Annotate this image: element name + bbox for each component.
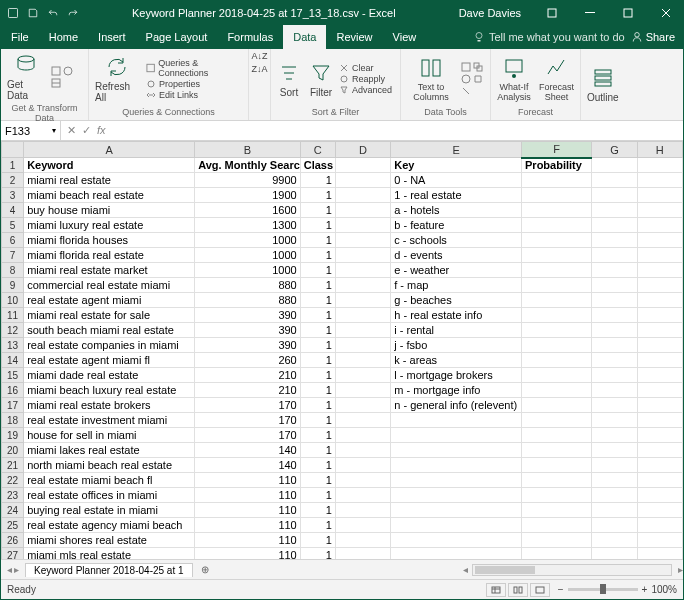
- cell[interactable]: [592, 383, 637, 398]
- cell[interactable]: 140: [195, 458, 301, 473]
- cell[interactable]: [335, 443, 390, 458]
- cell[interactable]: [522, 293, 592, 308]
- cell[interactable]: [522, 548, 592, 560]
- cell[interactable]: l - mortgage brokers: [391, 368, 522, 383]
- get-data-button[interactable]: Get Data: [5, 51, 47, 103]
- cell[interactable]: g - beaches: [391, 293, 522, 308]
- cell[interactable]: 1: [300, 368, 335, 383]
- cell[interactable]: [522, 488, 592, 503]
- cell[interactable]: 880: [195, 278, 301, 293]
- cell[interactable]: [637, 218, 682, 233]
- cell[interactable]: i - rental: [391, 323, 522, 338]
- cell[interactable]: 1: [300, 338, 335, 353]
- cell[interactable]: Avg. Monthly Searches (: [195, 158, 301, 173]
- cell[interactable]: [637, 338, 682, 353]
- cell[interactable]: real estate offices in miami: [24, 488, 195, 503]
- whatif-button[interactable]: What-If Analysis: [495, 54, 533, 104]
- cell[interactable]: 170: [195, 428, 301, 443]
- ribbon-options-icon[interactable]: [535, 1, 569, 25]
- cell[interactable]: [522, 203, 592, 218]
- cell[interactable]: [637, 323, 682, 338]
- cell[interactable]: [637, 188, 682, 203]
- row-header[interactable]: 14: [2, 353, 24, 368]
- cell[interactable]: [335, 458, 390, 473]
- cell[interactable]: m - mortgage info: [391, 383, 522, 398]
- cell[interactable]: [637, 398, 682, 413]
- save-icon[interactable]: [27, 7, 39, 19]
- cell[interactable]: miami beach luxury real estate: [24, 383, 195, 398]
- cell[interactable]: [592, 248, 637, 263]
- cell[interactable]: a - hotels: [391, 203, 522, 218]
- cell[interactable]: [592, 398, 637, 413]
- cell[interactable]: [592, 518, 637, 533]
- cell[interactable]: miami real estate: [24, 173, 195, 188]
- cell[interactable]: real estate miami beach fl: [24, 473, 195, 488]
- flash-fill-icon[interactable]: [461, 62, 471, 72]
- cell[interactable]: [522, 233, 592, 248]
- cell[interactable]: miami florida real estate: [24, 248, 195, 263]
- cell[interactable]: 210: [195, 383, 301, 398]
- cell[interactable]: 110: [195, 548, 301, 560]
- tab-page-layout[interactable]: Page Layout: [136, 25, 218, 49]
- cell[interactable]: [637, 473, 682, 488]
- cell[interactable]: [637, 278, 682, 293]
- cell[interactable]: real estate agent miami: [24, 293, 195, 308]
- undo-icon[interactable]: [47, 7, 59, 19]
- reapply-button[interactable]: Reapply: [339, 74, 392, 84]
- tab-insert[interactable]: Insert: [88, 25, 136, 49]
- cell[interactable]: [335, 353, 390, 368]
- cell[interactable]: [522, 413, 592, 428]
- cell[interactable]: [522, 308, 592, 323]
- cell[interactable]: [391, 488, 522, 503]
- cell[interactable]: [335, 413, 390, 428]
- cell[interactable]: [335, 173, 390, 188]
- row-header[interactable]: 17: [2, 398, 24, 413]
- cell[interactable]: 1600: [195, 203, 301, 218]
- data-validation-icon[interactable]: [461, 74, 471, 84]
- cell[interactable]: [592, 473, 637, 488]
- cell[interactable]: [637, 503, 682, 518]
- cell[interactable]: k - areas: [391, 353, 522, 368]
- row-header[interactable]: 10: [2, 293, 24, 308]
- name-box[interactable]: F133 ▾: [1, 121, 61, 140]
- cell[interactable]: 390: [195, 308, 301, 323]
- cell[interactable]: [335, 548, 390, 560]
- row-header[interactable]: 21: [2, 458, 24, 473]
- cell[interactable]: 1: [300, 473, 335, 488]
- cell[interactable]: [637, 548, 682, 560]
- cell[interactable]: 110: [195, 533, 301, 548]
- row-header[interactable]: 5: [2, 218, 24, 233]
- maximize-button[interactable]: [611, 1, 645, 25]
- cell[interactable]: [335, 368, 390, 383]
- cell[interactable]: [335, 503, 390, 518]
- row-header[interactable]: 2: [2, 173, 24, 188]
- cell[interactable]: [637, 518, 682, 533]
- spreadsheet-grid[interactable]: ABCDEFGH1KeywordAvg. Monthly Searches (C…: [1, 141, 683, 559]
- cell[interactable]: miami real estate market: [24, 263, 195, 278]
- cell[interactable]: 260: [195, 353, 301, 368]
- cell[interactable]: [637, 428, 682, 443]
- cell[interactable]: 1: [300, 218, 335, 233]
- cell[interactable]: [522, 338, 592, 353]
- normal-view-button[interactable]: [486, 583, 506, 597]
- cell[interactable]: 1000: [195, 263, 301, 278]
- cell[interactable]: [592, 458, 637, 473]
- cell[interactable]: miami real estate for sale: [24, 308, 195, 323]
- cell[interactable]: [335, 338, 390, 353]
- cell[interactable]: Probability: [522, 158, 592, 173]
- row-header[interactable]: 7: [2, 248, 24, 263]
- sort-az-button[interactable]: A↓Z: [252, 51, 268, 61]
- sheet-tab-active[interactable]: Keyword Planner 2018-04-25 at 1: [25, 563, 193, 577]
- cell[interactable]: [592, 368, 637, 383]
- cell[interactable]: [592, 278, 637, 293]
- cell[interactable]: [637, 383, 682, 398]
- cell[interactable]: [637, 158, 682, 173]
- from-text-icon[interactable]: [51, 66, 61, 76]
- cell[interactable]: [592, 263, 637, 278]
- cell[interactable]: [522, 173, 592, 188]
- cell[interactable]: [592, 203, 637, 218]
- cell[interactable]: [335, 488, 390, 503]
- cell[interactable]: 390: [195, 338, 301, 353]
- cell[interactable]: 1: [300, 533, 335, 548]
- cell[interactable]: 140: [195, 443, 301, 458]
